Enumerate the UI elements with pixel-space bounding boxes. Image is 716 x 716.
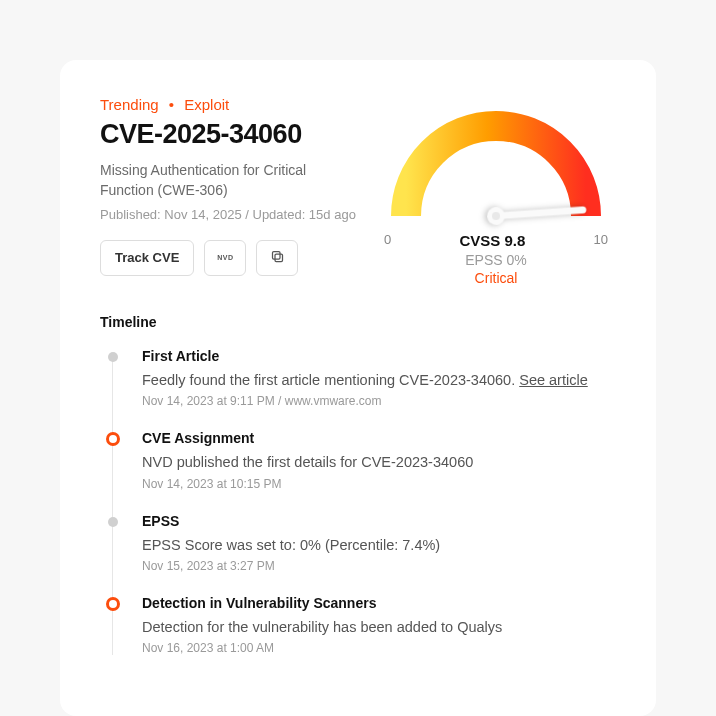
timeline-marker-highlight (106, 597, 120, 611)
tag-exploit[interactable]: Exploit (184, 96, 229, 113)
see-article-link[interactable]: See article (519, 372, 588, 388)
copy-button[interactable] (256, 240, 298, 276)
timeline-item-title: First Article (142, 348, 616, 364)
svg-rect-1 (272, 251, 280, 259)
gauge-panel: 0 CVSS 9.8 10 EPSS 0% Critical (376, 96, 616, 286)
timeline-marker (108, 352, 118, 362)
action-button-row: Track CVE NVD (100, 240, 356, 276)
tag-trending[interactable]: Trending (100, 96, 159, 113)
timeline-header: Timeline (100, 314, 616, 330)
top-row: Trending • Exploit CVE-2025-34060 Missin… (100, 96, 616, 286)
copy-icon (270, 249, 285, 267)
timeline-item-title: EPSS (142, 513, 616, 529)
header-left: Trending • Exploit CVE-2025-34060 Missin… (100, 96, 376, 276)
nvd-icon: NVD (217, 254, 233, 261)
timeline-item-title: Detection in Vulnerability Scanners (142, 595, 616, 611)
timeline-item: EPSS EPSS Score was set to: 0% (Percenti… (108, 513, 616, 573)
timeline-marker (108, 517, 118, 527)
published-meta: Published: Nov 14, 2025 / Updated: 15d a… (100, 207, 356, 222)
timeline-item: First Article Feedly found the first art… (108, 348, 616, 408)
timeline: First Article Feedly found the first art… (100, 348, 616, 655)
nvd-button[interactable]: NVD (204, 240, 246, 276)
track-cve-button[interactable]: Track CVE (100, 240, 194, 276)
timeline-item-body: EPSS Score was set to: 0% (Percentile: 7… (142, 535, 616, 555)
epss-score: EPSS 0% (376, 252, 616, 268)
timeline-item-meta: Nov 14, 2023 at 10:15 PM (142, 477, 616, 491)
svg-rect-0 (275, 254, 283, 262)
timeline-item-body: Feedly found the first article mentionin… (142, 370, 616, 390)
cve-card: Trending • Exploit CVE-2025-34060 Missin… (60, 60, 656, 716)
timeline-item-body: NVD published the first details for CVE-… (142, 452, 616, 472)
gauge (386, 96, 606, 236)
timeline-item-meta: Nov 14, 2023 at 9:11 PM / www.vmware.com (142, 394, 616, 408)
tag-row: Trending • Exploit (100, 96, 356, 113)
timeline-marker-highlight (106, 432, 120, 446)
tag-separator: • (169, 96, 174, 113)
timeline-item-meta: Nov 15, 2023 at 3:27 PM (142, 559, 616, 573)
timeline-item-body: Detection for the vulnerability has been… (142, 617, 616, 637)
severity-label: Critical (376, 270, 616, 286)
page-title: CVE-2025-34060 (100, 119, 356, 150)
cve-description: Missing Authentication for Critical Func… (100, 160, 356, 201)
timeline-item: CVE Assignment NVD published the first d… (108, 430, 616, 490)
timeline-item-title: CVE Assignment (142, 430, 616, 446)
timeline-item: Detection in Vulnerability Scanners Dete… (108, 595, 616, 655)
timeline-item-text: Feedly found the first article mentionin… (142, 372, 519, 388)
timeline-item-meta: Nov 16, 2023 at 1:00 AM (142, 641, 616, 655)
